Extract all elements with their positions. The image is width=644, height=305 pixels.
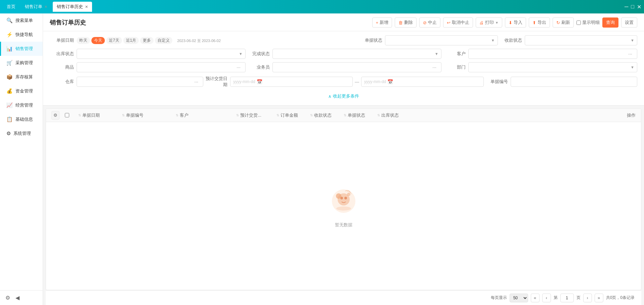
last-page-button[interactable]: »	[595, 294, 603, 302]
warehouse-ellipsis-icon[interactable]: ···	[192, 78, 201, 86]
sidebar-item-purchase-mgmt[interactable]: 🛒 采购管理	[0, 56, 43, 70]
client-ellipsis-icon[interactable]: ···	[626, 50, 634, 58]
last-page-icon: »	[598, 295, 600, 300]
sort-asc-icon: ⇅	[78, 113, 81, 117]
display-cols-checkbox[interactable]	[576, 21, 581, 25]
chip-custom[interactable]: 自定义	[155, 37, 172, 44]
complete-status-select[interactable]: ▼	[272, 49, 441, 59]
pay-status-select[interactable]: ▼	[525, 35, 637, 45]
svg-point-4	[344, 197, 347, 199]
sidebar-item-operations[interactable]: 📈 经营管理	[0, 98, 43, 112]
sidebar-item-sys-mgmt[interactable]: ⚙ 系统管理	[0, 126, 43, 141]
sidebar-settings-icon[interactable]: ⚙	[5, 295, 10, 301]
first-page-button[interactable]: «	[531, 294, 540, 302]
th-pay-status[interactable]: ⇅ 收款状态	[307, 112, 341, 118]
dept-arrow-icon: ▼	[631, 65, 634, 69]
dept-select[interactable]: ▼	[468, 62, 637, 72]
refresh-button[interactable]: ↻ 刷新	[553, 17, 574, 28]
chip-yesterday[interactable]: 昨天	[77, 37, 90, 44]
th-number[interactable]: ⇅ 单据编号	[119, 112, 173, 118]
sidebar-item-base-info[interactable]: 📋 基础信息	[0, 112, 43, 126]
filter-goods: ···	[77, 62, 246, 72]
filter-row-0: 单据日期 昨天 今天 近7天 近1月 更多 自定义 2023-06-02 至 2…	[50, 35, 637, 45]
th-bill-status[interactable]: ⇅ 单据状态	[341, 112, 375, 118]
filter-bill-number[interactable]	[511, 77, 637, 87]
tab-sales-order-history[interactable]: 销售订单历史 ✕	[53, 2, 92, 12]
filter-client: ···	[468, 49, 637, 59]
salesperson-ellipsis-icon[interactable]: ···	[430, 63, 438, 71]
tab-home[interactable]: 首页	[3, 2, 19, 12]
th-date[interactable]: ⇅ 单据日期	[76, 112, 119, 118]
sidebar-item-search-menu[interactable]: 🔍 搜索菜单	[0, 13, 43, 28]
filter-dept[interactable]: ▼	[468, 62, 637, 72]
goods-input[interactable]: ···	[77, 62, 246, 72]
delete-button[interactable]: 🗑 删除	[395, 17, 417, 28]
sidebar-item-sys-mgmt-label: 系统管理	[13, 130, 31, 137]
filter-pay-status[interactable]: ▼	[525, 35, 637, 45]
chip-1month[interactable]: 近1月	[123, 37, 139, 44]
query-button[interactable]: 查询	[602, 17, 618, 28]
display-cols-toggle[interactable]: 显示明细	[576, 20, 600, 26]
import-button[interactable]: ⬇ 导入	[505, 17, 526, 28]
next-page-button[interactable]: ›	[583, 294, 592, 302]
filter-out-status[interactable]: ▼	[77, 49, 246, 59]
filter-label-goods: 商品	[50, 64, 77, 70]
filter-date: 昨天 今天 近7天 近1月 更多 自定义 2023-06-02 至 2023-0…	[77, 37, 358, 44]
delivery-date-end-calendar-icon[interactable]: 📅	[387, 79, 393, 84]
sidebar-expand-icon[interactable]: ◀	[15, 295, 19, 301]
client-input[interactable]: ···	[468, 49, 637, 59]
th-amount[interactable]: ⇅ 订单金额	[274, 112, 307, 118]
prev-page-button[interactable]: ‹	[542, 294, 551, 302]
tab-sales-order-close[interactable]: ✕	[44, 5, 47, 9]
quick-nav-icon: ⚡	[6, 32, 13, 38]
bill-status-select[interactable]: ▼	[385, 35, 498, 45]
filter-bill-status[interactable]: ▼	[385, 35, 498, 45]
goods-ellipsis-icon[interactable]: ···	[234, 63, 243, 71]
settings-button[interactable]: 设置	[621, 17, 637, 28]
cancel-stop-button[interactable]: ↩ 取消中止	[443, 17, 473, 28]
out-status-select[interactable]: ▼	[77, 49, 246, 59]
window-maximize-icon[interactable]: □	[631, 4, 634, 10]
filter-complete-status[interactable]: ▼	[272, 49, 441, 59]
chip-more[interactable]: 更多	[140, 37, 154, 44]
th-delivery[interactable]: ⇅ 预计交货...	[233, 112, 274, 118]
sidebar-item-finance[interactable]: 💰 资金管理	[0, 84, 43, 98]
warehouse-input[interactable]: ···	[77, 77, 203, 87]
delivery-date-start[interactable]: yyyy-mm-dd 📅	[230, 77, 353, 87]
empty-state-text: 暂无数据	[335, 222, 352, 228]
toolbar: + 新增 🗑 删除 ⊘ 中止 ↩ 取消中止	[372, 17, 638, 28]
stop-button[interactable]: ⊘ 中止	[419, 17, 440, 28]
sidebar-item-quick-nav[interactable]: ⚡ 快捷导航	[0, 28, 43, 42]
tab-sales-order[interactable]: 销售订单 ✕	[21, 2, 51, 12]
sidebar-item-inventory[interactable]: 📦 库存核算	[0, 70, 43, 84]
svg-point-5	[336, 193, 341, 199]
th-client[interactable]: ⇅ 客户	[173, 112, 233, 118]
table-settings-button[interactable]: ⚙	[51, 111, 59, 120]
sort-pay-status-icon: ⇅	[310, 113, 313, 117]
chip-7days[interactable]: 近7天	[106, 37, 122, 44]
th-out-status[interactable]: ⇅ 出库状态	[375, 112, 408, 118]
window-close-icon[interactable]: ✕	[637, 4, 641, 10]
page-number-input[interactable]	[560, 294, 574, 302]
window-minimize-icon[interactable]: ─	[625, 4, 628, 10]
new-button[interactable]: + 新增	[372, 17, 392, 28]
export-button[interactable]: ⬆ 导出	[529, 17, 550, 28]
chip-today[interactable]: 今天	[91, 37, 105, 44]
collapse-link[interactable]: ∧ 收起更多条件	[50, 91, 637, 101]
th-action: 操作	[408, 112, 638, 118]
select-all-checkbox[interactable]	[65, 113, 69, 117]
import-icon: ⬇	[509, 20, 512, 25]
filter-label-pay-status: 收款状态	[498, 37, 525, 43]
salesperson-input[interactable]: ···	[272, 62, 441, 72]
page-size-select[interactable]: 10 20 50 100	[510, 294, 528, 302]
delivery-date-end-placeholder: yyyy-mm-dd	[364, 79, 386, 84]
sidebar-item-sales-mgmt[interactable]: 📊 销售管理	[0, 42, 43, 56]
filter-warehouse: ···	[77, 77, 203, 87]
tab-sales-order-history-close[interactable]: ✕	[85, 5, 88, 9]
print-button[interactable]: 🖨 打印 ▼	[476, 17, 502, 28]
top-bar: 首页 销售订单 ✕ 销售订单历史 ✕ ─ □ ✕	[0, 0, 644, 13]
bill-number-input[interactable]	[511, 77, 637, 87]
next-page-icon: ›	[587, 295, 588, 300]
delivery-date-end[interactable]: yyyy-mm-dd 📅	[361, 77, 484, 87]
delivery-date-start-calendar-icon[interactable]: 📅	[257, 79, 262, 84]
